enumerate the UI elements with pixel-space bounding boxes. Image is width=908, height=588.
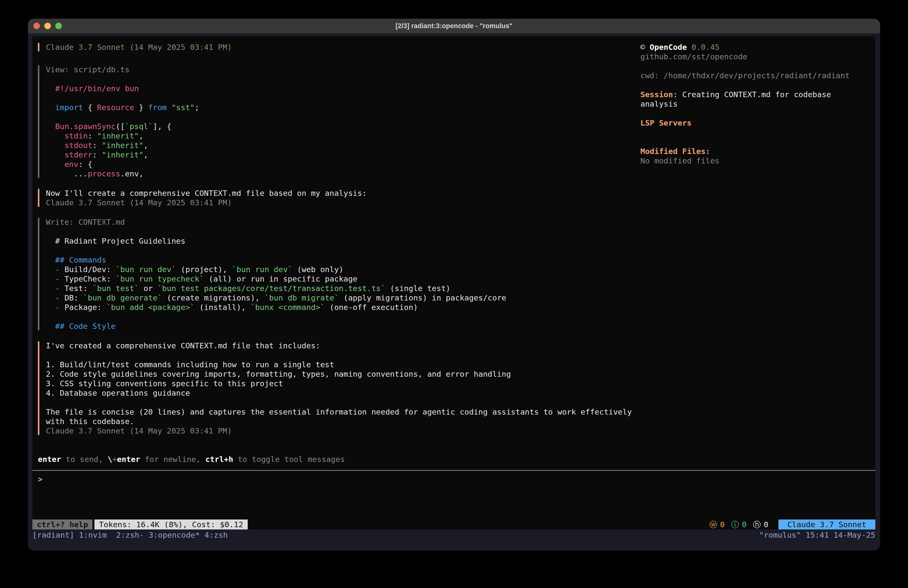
model-chip[interactable]: Claude 3.7 Sonnet	[778, 519, 875, 530]
editor-divider	[32, 470, 875, 471]
terminal-line: Claude 3.7 Sonnet (14 May 2025 03:41 PM)	[46, 426, 875, 435]
prompt-symbol: >	[38, 475, 43, 483]
tmux-status-line: [radiant] 1:nvim 2:zsh- 3:opencode* 4:zs…	[28, 530, 880, 551]
warning-diagnostic: ⓦ0	[709, 520, 725, 529]
terminal-line	[46, 398, 875, 407]
status-bar: ctrl+? help Tokens: 16.4K (8%), Cost: $0…	[32, 519, 875, 530]
tmux-session-clock: "romulus" 15:41 14-May-25	[759, 530, 875, 551]
terminal-line	[46, 227, 875, 236]
info-count: 0	[742, 520, 747, 529]
window-title: [2/3] radiant:3:opencode - "romulus"	[396, 22, 512, 30]
info-icon: ⓘ	[731, 520, 739, 529]
terminal-line: with this codebase.	[46, 417, 875, 426]
brand-line: © OpenCode 0.0.45	[641, 42, 865, 52]
app-name: OpenCode	[650, 43, 687, 52]
message-block: Now I'll create a comprehensive CONTEXT.…	[32, 188, 875, 207]
close-button[interactable]	[34, 23, 40, 29]
editor-hint: enter to send, \+enter for newline, ctrl…	[32, 454, 875, 464]
terminal-line: - TypeCheck: `bun run typecheck` (all) o…	[46, 274, 875, 284]
warning-count: 0	[720, 520, 725, 529]
terminal-line	[46, 246, 875, 255]
cwd-line: cwd: /home/thdxr/dev/projects/radiant/ra…	[641, 71, 865, 80]
terminal-line: ...process.env,	[46, 169, 875, 179]
session-line: Session: Creating CONTEXT.md for codebas…	[641, 90, 865, 109]
help-chip[interactable]: ctrl+? help	[32, 519, 92, 530]
terminal-line: - Test: `bun test` or `bun test packages…	[46, 284, 875, 293]
modified-files-header: Modified Files:	[641, 147, 865, 156]
traffic-lights	[34, 19, 62, 33]
hint-icon: ⓗ	[753, 520, 761, 529]
terminal-line: ## Code Style	[46, 321, 875, 331]
prompt-input[interactable]: >	[32, 474, 875, 484]
tmux-windows[interactable]: [radiant] 1:nvim 2:zsh- 3:opencode* 4:zs…	[32, 530, 228, 551]
terminal-line: ## Commands	[46, 255, 875, 264]
terminal-line: 1. Build/lint/test commands including ho…	[46, 360, 875, 369]
repo-link[interactable]: github.com/sst/opencode	[641, 52, 865, 61]
opencode-logo-icon: ©	[641, 43, 645, 52]
zoom-button[interactable]	[55, 23, 62, 29]
warning-icon: ⓦ	[709, 520, 717, 529]
terminal-line: Write: CONTEXT.md	[46, 217, 875, 227]
tokens-cost-chip: Tokens: 16.4K (8%), Cost: $0.12	[95, 519, 248, 530]
hint-count: 0	[764, 520, 768, 529]
message-block: I've created a comprehensive CONTEXT.md …	[32, 341, 875, 435]
status-right: ⓦ0ⓘ0ⓗ0 Claude 3.7 Sonnet	[709, 519, 875, 530]
opencode-app: Claude 3.7 Sonnet (14 May 2025 03:41 PM)…	[32, 36, 875, 530]
terminal-window: [2/3] radiant:3:opencode - "romulus" Cla…	[28, 19, 880, 551]
terminal-line: 2. Code style guidelines covering import…	[46, 369, 875, 379]
terminal-line: The file is concise (20 lines) and captu…	[46, 407, 875, 417]
diagnostics: ⓦ0ⓘ0ⓗ0	[709, 519, 778, 530]
terminal-line: 4. Database operations guidance	[46, 388, 875, 398]
terminal-line: - Package: `bun add <package>` (install)…	[46, 303, 875, 312]
terminal-line: # Radiant Project Guidelines	[46, 236, 875, 246]
terminal-line: 3. CSS styling conventions specific to t…	[46, 379, 875, 388]
modified-files-value: No modified files	[641, 156, 865, 166]
terminal-line: - Build/Dev: `bun run dev` (project), `b…	[46, 264, 875, 274]
lsp-servers-header: LSP Servers	[641, 118, 865, 127]
session-label: Session	[641, 90, 673, 99]
terminal-line: Claude 3.7 Sonnet (14 May 2025 03:41 PM)	[46, 198, 875, 207]
terminal-line: I've created a comprehensive CONTEXT.md …	[46, 341, 875, 350]
hint-diagnostic: ⓗ0	[753, 520, 768, 529]
terminal-line	[46, 312, 875, 321]
app-version: 0.0.45	[691, 43, 720, 52]
info-diagnostic: ⓘ0	[731, 520, 747, 529]
window-titlebar: [2/3] radiant:3:opencode - "romulus"	[28, 19, 880, 34]
terminal-line: - DB: `bun db generate` (create migratio…	[46, 293, 875, 303]
sidebar: © OpenCode 0.0.45 github.com/sst/opencod…	[641, 42, 865, 166]
terminal-line: Now I'll create a comprehensive CONTEXT.…	[46, 188, 875, 198]
tool-block: Write: CONTEXT.md # Radiant Project Guid…	[32, 217, 875, 331]
minimize-button[interactable]	[44, 23, 51, 29]
terminal-line	[46, 350, 875, 360]
